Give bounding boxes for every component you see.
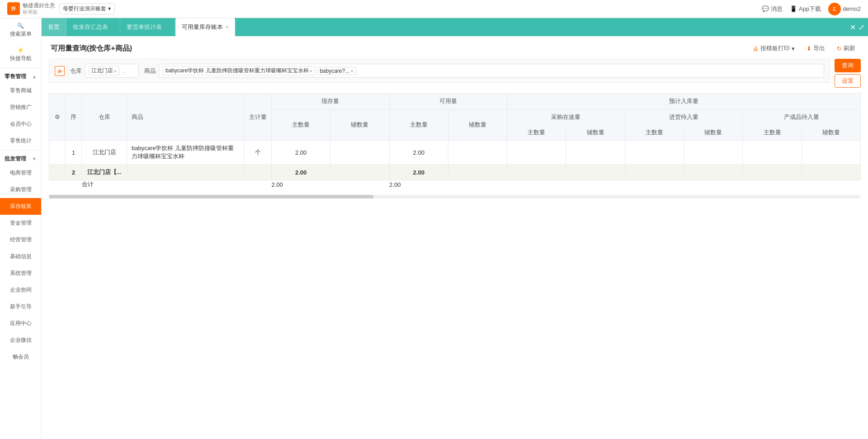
filter-section: » 仓库 江北门店 × ... bbox=[42, 59, 868, 93]
system-label: 系统管理 bbox=[10, 269, 32, 277]
message-label: 消息 bbox=[771, 5, 783, 13]
col-header-fp-aux: 辅数量 bbox=[802, 125, 860, 141]
refresh-button[interactable]: ↻ 刷新 bbox=[833, 42, 859, 54]
user-profile[interactable]: E demo2 bbox=[828, 3, 861, 15]
filter-row: » 仓库 江北门店 × ... bbox=[49, 59, 861, 88]
col-header-settings[interactable]: ⚙ bbox=[49, 94, 66, 141]
sidebar-item-inventory[interactable]: 库存核算 bbox=[0, 198, 41, 215]
quicknav-icon: ⚡ bbox=[17, 47, 24, 53]
scroll-bar-area bbox=[42, 193, 868, 200]
col-header-current-stock: 现存量 bbox=[272, 94, 390, 109]
row1-sp-main bbox=[625, 141, 684, 165]
row1-fp-main bbox=[743, 141, 802, 165]
sidebar-item-system[interactable]: 系统管理 bbox=[0, 265, 41, 282]
row1-cs-main: 2.00 bbox=[272, 141, 330, 165]
sidebar-group-wholesale[interactable]: 批发管理 ▼ bbox=[0, 151, 41, 165]
sidebar-item-ecommerce[interactable]: 电商管理 bbox=[0, 165, 41, 181]
refresh-label: 刷新 bbox=[844, 44, 855, 52]
app-download-button[interactable]: 📱 App下载 bbox=[790, 5, 821, 13]
message-icon: 💬 bbox=[762, 5, 769, 12]
sidebar-item-search[interactable]: 🔍 搜索菜单 bbox=[0, 18, 41, 42]
sidebar-item-basic[interactable]: 基础信息 bbox=[0, 248, 41, 265]
sidebar-item-quicknav[interactable]: ⚡ 快捷导航 bbox=[0, 42, 41, 67]
row1-warehouse: 江北门店 bbox=[82, 141, 127, 165]
print-button[interactable]: 🖨 按模板打印 ▾ bbox=[749, 42, 798, 54]
sidebar-item-enterprise[interactable]: 企业协同 bbox=[0, 282, 41, 298]
row2-warehouse: 江北门店【... bbox=[82, 165, 127, 180]
footer-unit bbox=[245, 180, 272, 189]
tab-receive-summary-close[interactable]: × bbox=[111, 24, 113, 30]
tab-receive-summary[interactable]: 收发存汇总表 × bbox=[66, 18, 120, 36]
page-title: 可用量查询(按仓库+商品) bbox=[51, 44, 132, 53]
sidebar-item-finance[interactable]: 资金管理 bbox=[0, 215, 41, 231]
tab-close-all-icon[interactable]: ✕ bbox=[850, 23, 856, 32]
retail-stats-label: 零售统计 bbox=[10, 137, 32, 145]
footer-no bbox=[66, 180, 82, 189]
sidebar-item-wecom[interactable]: 企业微信 bbox=[0, 332, 41, 349]
footer-label: 合计 bbox=[82, 180, 127, 189]
top-bar: 好 畅捷通好生意 标准版 母婴行业演示账套 ▾ 💬 消息 📱 App下载 E d… bbox=[0, 0, 868, 18]
wecom-label: 企业微信 bbox=[10, 336, 32, 344]
scroll-thumb[interactable] bbox=[49, 195, 373, 198]
warehouse-dots[interactable]: ... bbox=[121, 67, 126, 74]
setting-button[interactable]: 设置 bbox=[835, 74, 861, 88]
row2-cs-aux bbox=[330, 165, 389, 180]
print-label: 按模板打印 bbox=[760, 44, 790, 52]
query-button[interactable]: 查询 bbox=[835, 59, 861, 72]
sidebar-item-operation[interactable]: 经营管理 bbox=[0, 231, 41, 248]
vip-label: 畅会员 bbox=[13, 353, 29, 361]
product-input[interactable]: babycare学饮杯 儿童防摔防撞吸管杯重力球吸嘴杯宝宝水杯 × babyca… bbox=[159, 64, 824, 78]
warehouse-tag-close[interactable]: × bbox=[114, 68, 117, 74]
tab-expand-icon[interactable]: ⤢ bbox=[859, 23, 864, 32]
wholesale-label: 批发管理 bbox=[5, 155, 26, 163]
product-tag-1-close[interactable]: × bbox=[310, 68, 312, 74]
footer-fp-aux bbox=[802, 180, 860, 189]
ecommerce-label: 电商管理 bbox=[10, 169, 32, 177]
sidebar-item-appstore[interactable]: 应用中心 bbox=[0, 315, 41, 332]
message-button[interactable]: 💬 消息 bbox=[762, 5, 783, 13]
product-tag-2-close[interactable]: × bbox=[350, 68, 353, 74]
tab-available-book-close[interactable]: × bbox=[226, 24, 228, 30]
export-button[interactable]: ⬇ 导出 bbox=[803, 42, 829, 54]
row1-sp-aux bbox=[684, 141, 743, 165]
footer-cs-main: 2.00 bbox=[272, 180, 330, 189]
footer-product bbox=[127, 180, 245, 189]
tab-order-stats-close[interactable]: × bbox=[165, 24, 167, 30]
zero-sales-label: 零售管理 bbox=[5, 73, 26, 80]
warehouse-input[interactable]: 江北门店 × ... bbox=[85, 64, 139, 78]
product-filter-label: 商品 bbox=[144, 67, 156, 75]
online-shop-label: 零售商城 bbox=[10, 87, 32, 94]
sidebar-item-purchase[interactable]: 采购管理 bbox=[0, 181, 41, 198]
tab-order-stats[interactable]: 要货单统计表 × bbox=[120, 18, 174, 36]
tenant-selector[interactable]: 母婴行业演示账套 ▾ bbox=[59, 3, 115, 14]
footer-pt-aux bbox=[566, 180, 625, 189]
logo-area: 好 畅捷通好生意 标准版 bbox=[7, 2, 55, 15]
sidebar-group-zero-sales[interactable]: 零售管理 ▲ bbox=[0, 69, 41, 82]
logo-texts: 畅捷通好生意 标准版 bbox=[23, 2, 55, 15]
tab-home[interactable]: 首页 bbox=[42, 18, 66, 36]
sidebar-item-marketing[interactable]: 营销推广 bbox=[0, 99, 41, 116]
data-table: ⚙ 序 仓库 商品 主计量 现存量 可用量 预计入库量 主数量 bbox=[49, 93, 861, 189]
newbie-label: 新手引导 bbox=[10, 303, 32, 311]
row1-pt-aux bbox=[566, 141, 625, 165]
sidebar-item-vip[interactable]: 畅会员 bbox=[0, 349, 41, 365]
row1-cs-aux bbox=[330, 141, 389, 165]
filter-expand-btn[interactable]: » bbox=[55, 66, 65, 76]
sidebar-item-online-shop[interactable]: 零售商城 bbox=[0, 82, 41, 99]
table-row: 1 江北门店 babycare学饮杯 儿童防摔防撞吸管杯重力球吸嘴杯宝宝水杯 个… bbox=[49, 141, 861, 165]
sidebar-item-member[interactable]: 会员中心 bbox=[0, 116, 41, 132]
product-filter: 商品 babycare学饮杯 儿童防摔防撞吸管杯重力球吸嘴杯宝宝水杯 × bab… bbox=[144, 64, 824, 78]
col-header-pt-main: 主数量 bbox=[507, 125, 566, 141]
row2-av-aux bbox=[448, 165, 507, 180]
sidebar-item-newbie[interactable]: 新手引导 bbox=[0, 298, 41, 315]
row2-sp-main bbox=[625, 165, 684, 180]
export-icon: ⬇ bbox=[807, 45, 811, 52]
tab-available-book[interactable]: 可用量库存账本 × bbox=[175, 18, 235, 36]
col-header-finished-pending: 产成品待入量 bbox=[743, 109, 861, 125]
col-header-no: 序 bbox=[66, 94, 82, 141]
print-icon: 🖨 bbox=[753, 45, 759, 52]
row2-fp-aux bbox=[802, 165, 860, 180]
horizontal-scrollbar[interactable] bbox=[49, 195, 861, 198]
quicknav-label: 快捷导航 bbox=[10, 55, 32, 62]
sidebar-item-retail-stats[interactable]: 零售统计 bbox=[0, 132, 41, 149]
